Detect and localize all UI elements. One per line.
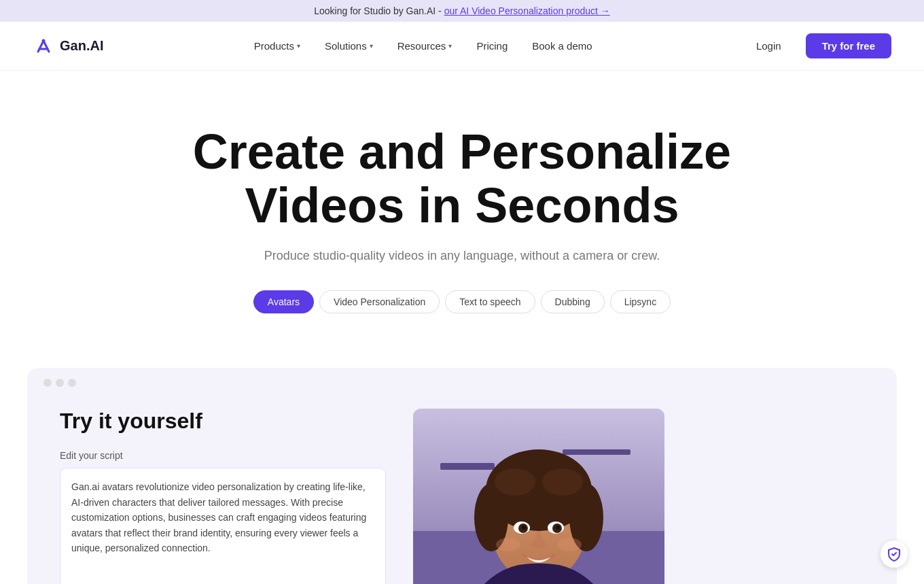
svg-point-51 <box>556 526 560 530</box>
banner-link[interactable]: our AI Video Personalization product → <box>444 5 610 16</box>
svg-point-44 <box>495 468 535 496</box>
try-for-free-button[interactable]: Try for free <box>806 33 891 58</box>
logo-text: Gan.AI <box>60 38 103 54</box>
window-dot-3 <box>68 379 76 387</box>
hero-title: Create and Personalize Videos in Seconds <box>170 125 754 233</box>
demo-card-body: Try it yourself Edit your script Gan.ai … <box>27 395 897 584</box>
logo-icon <box>33 35 54 57</box>
demo-script-label: Edit your script <box>60 450 386 461</box>
nav-pricing[interactable]: Pricing <box>465 35 518 57</box>
hero-subtitle: Produce studio-quality videos in any lan… <box>170 249 754 263</box>
nav-products[interactable]: Products ▾ <box>243 35 311 57</box>
svg-point-50 <box>522 526 526 530</box>
tab-avatars[interactable]: Avatars <box>253 290 314 313</box>
nav-right: Login Try for free <box>743 33 891 58</box>
solutions-chevron-icon: ▾ <box>370 42 373 50</box>
demo-try-title: Try it yourself <box>60 409 386 434</box>
nav-book-demo[interactable]: Book a demo <box>521 35 603 57</box>
svg-point-45 <box>542 468 583 496</box>
tab-dubbing[interactable]: Dubbing <box>541 290 605 313</box>
tab-text-to-speech[interactable]: Text to speech <box>445 290 535 313</box>
products-chevron-icon: ▾ <box>297 42 300 50</box>
demo-card-titlebar <box>27 368 897 395</box>
feature-tabs: Avatars Video Personalization Text to sp… <box>170 290 754 313</box>
svg-rect-37 <box>563 449 630 455</box>
logo[interactable]: Gan.AI <box>33 35 103 57</box>
nav-resources[interactable]: Resources ▾ <box>387 35 463 57</box>
demo-card: Try it yourself Edit your script Gan.ai … <box>27 368 897 584</box>
top-banner: Looking for Studio by Gan.AI - our AI Vi… <box>0 0 924 22</box>
svg-point-0 <box>42 39 46 42</box>
demo-left-panel: Try it yourself Edit your script Gan.ai … <box>60 409 386 584</box>
tab-lipsync[interactable]: Lipsync <box>610 290 671 313</box>
navbar: Gan.AI Products ▾ Solutions ▾ Resources … <box>0 22 924 71</box>
window-dot-2 <box>56 379 64 387</box>
banner-text: Looking for Studio by Gan.AI - <box>314 5 444 16</box>
shield-icon <box>887 547 902 562</box>
avatar-frame <box>413 409 664 584</box>
login-button[interactable]: Login <box>743 35 795 57</box>
demo-right-panel <box>413 409 671 584</box>
svg-point-53 <box>557 538 582 551</box>
nav-center: Products ▾ Solutions ▾ Resources ▾ Prici… <box>243 35 603 57</box>
svg-point-52 <box>496 538 520 551</box>
svg-rect-36 <box>440 463 495 470</box>
resources-chevron-icon: ▾ <box>448 42 452 50</box>
window-dot-1 <box>43 379 52 387</box>
demo-script-editor[interactable]: Gan.ai avatars revolutionize video perso… <box>60 468 386 584</box>
demo-script-text: Gan.ai avatars revolutionize video perso… <box>71 479 374 555</box>
hero-section: Create and Personalize Videos in Seconds… <box>156 71 768 368</box>
tab-video-personalization[interactable]: Video Personalization <box>319 290 440 313</box>
nav-solutions[interactable]: Solutions ▾ <box>314 35 384 57</box>
shield-badge[interactable] <box>881 540 908 568</box>
avatar-image <box>413 409 664 584</box>
